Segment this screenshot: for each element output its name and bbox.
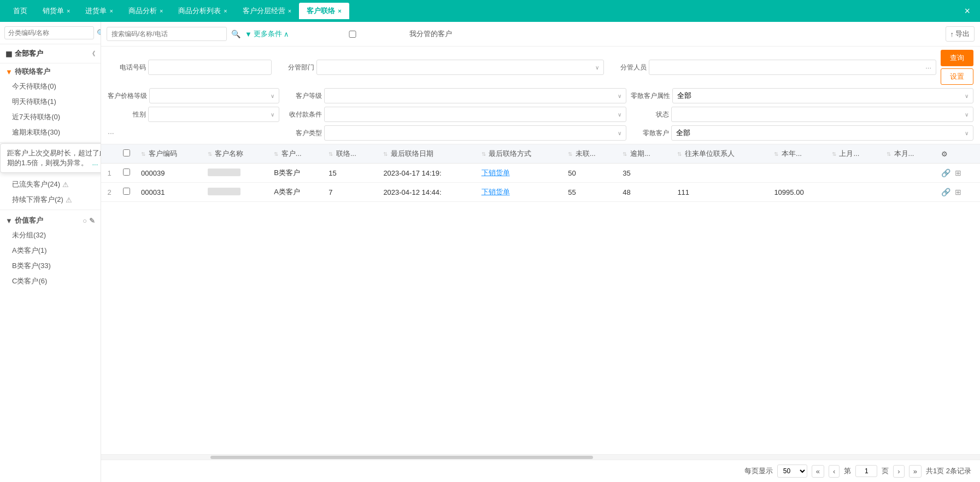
- sidebar-item-ungrouped[interactable]: 未分组(32): [0, 228, 101, 243]
- filter-row-1: 电话号码 分管部门 ∨ 分管人员 ··· 查询: [108, 50, 973, 85]
- sidebar-item-a-class[interactable]: A类客户(1): [0, 243, 101, 258]
- sidebar-item-churned[interactable]: 已流失客户(24) ⚠: [0, 177, 101, 192]
- pending-contact-group: ▼ 待联络客户: [0, 63, 101, 79]
- close-tab-customer-tier[interactable]: ×: [288, 8, 291, 14]
- sort-icon-contacts-person: ⇅: [677, 151, 682, 157]
- caret-icon: ∧: [284, 30, 289, 38]
- row1-code: 000039: [136, 164, 202, 183]
- edit-icon[interactable]: ✎: [89, 217, 95, 225]
- sidebar: 🔍 ▦ 全部客户 《 ▼ 待联络客户 今天待联络(0) 明天待联络(1) 近7天…: [0, 22, 101, 482]
- row2-name: [202, 183, 269, 202]
- value-customers-group: ▼ 价值客户 ○ ✎: [0, 212, 101, 228]
- scroll-thumb[interactable]: [210, 456, 593, 459]
- export-btn[interactable]: ↑ 导出: [946, 26, 975, 42]
- sidebar-item-c-class[interactable]: C类客户(6): [0, 274, 101, 289]
- next-page-btn[interactable]: ›: [893, 465, 904, 478]
- tab-product-analysis-list[interactable]: 商品分析列表 ×: [171, 3, 234, 19]
- sidebar-search-icon[interactable]: 🔍: [97, 29, 101, 37]
- dots-icon[interactable]: ···: [108, 129, 114, 137]
- circle-icon[interactable]: ○: [83, 217, 87, 225]
- manager-dots[interactable]: ···: [925, 63, 931, 72]
- filter-row-2: 客户价格等级 ∨ 客户等级 ∨ 零散客户属性 全部: [108, 88, 973, 103]
- filter-dept: 分管部门 ∨: [276, 60, 604, 75]
- payment-select[interactable]: ∨: [324, 107, 626, 122]
- retail-attr-select[interactable]: 全部 ∨: [672, 88, 973, 103]
- select-all-checkbox[interactable]: [123, 149, 130, 156]
- gender-select[interactable]: ∨: [148, 107, 279, 122]
- row1-last-method[interactable]: 下销货单: [476, 164, 563, 183]
- tab-sales-order[interactable]: 销货单 ×: [35, 3, 78, 19]
- sort-icon-level: ⇅: [274, 151, 278, 157]
- settings-btn[interactable]: 设置: [941, 68, 973, 85]
- settings-col-icon[interactable]: ⚙: [941, 150, 948, 158]
- row2-name-masked: [208, 188, 240, 195]
- retail-customer-select[interactable]: 全部 ∨: [671, 125, 973, 141]
- close-tab-purchase-order[interactable]: ×: [109, 8, 113, 14]
- sidebar-search-input[interactable]: [4, 26, 94, 39]
- row2-contacts-person: 111: [672, 183, 768, 202]
- row1-contacts-person: [672, 164, 768, 183]
- search-input[interactable]: [107, 27, 227, 41]
- all-customers-header[interactable]: ▦ 全部客户 《: [0, 44, 101, 63]
- last-page-btn[interactable]: »: [909, 465, 922, 478]
- row1-uncontacted: 50: [562, 164, 617, 183]
- query-btn[interactable]: 查询: [941, 50, 973, 66]
- th-num: [101, 144, 118, 164]
- filter-status: 状态 ∨: [631, 107, 973, 122]
- customer-level-select[interactable]: ∨: [324, 88, 626, 103]
- row2-last-month: [826, 183, 881, 202]
- retail-attr-caret: ∨: [965, 93, 969, 99]
- status-select[interactable]: ∨: [671, 107, 973, 122]
- sidebar-item-today[interactable]: 今天待联络(0): [0, 79, 101, 94]
- tab-product-analysis[interactable]: 商品分析 ×: [121, 3, 171, 19]
- row2-link-icon[interactable]: 🔗: [941, 188, 950, 196]
- tab-customer-contact[interactable]: 客户联络 ×: [299, 3, 349, 19]
- customer-type-select[interactable]: ∨: [324, 125, 626, 141]
- row2-select-checkbox[interactable]: [123, 188, 130, 195]
- row2-code: 000031: [136, 183, 202, 202]
- close-tab-product-analysis[interactable]: ×: [160, 8, 163, 14]
- close-window-btn[interactable]: ×: [960, 5, 975, 17]
- dept-select[interactable]: ∨: [316, 60, 604, 75]
- customer-table: ⇅ 客户编码 ⇅ 客户名称 ⇅ 客户... ⇅: [101, 144, 980, 202]
- customer-level-caret: ∨: [618, 93, 621, 99]
- filter-dots-left: ···: [108, 129, 279, 137]
- row1-name-masked: [208, 169, 240, 176]
- tab-home[interactable]: 首页: [5, 3, 35, 19]
- sort-icon-contacts: ⇅: [328, 151, 333, 157]
- sort-icon-overdue: ⇅: [623, 151, 627, 157]
- table-row: 2 000031 A类客户 7 2023-04-12 14:44: 下销货单 5…: [101, 183, 980, 202]
- phone-input[interactable]: [148, 60, 272, 75]
- filter-phone: 电话号码: [108, 60, 272, 75]
- horizontal-scrollbar[interactable]: [101, 454, 980, 460]
- arrow-icon: ▼: [5, 68, 13, 76]
- prev-page-btn[interactable]: ‹: [829, 465, 840, 478]
- close-tab-product-analysis-list[interactable]: ×: [224, 8, 227, 14]
- toolbar-search-icon[interactable]: 🔍: [231, 30, 240, 38]
- more-conditions-btn[interactable]: ▼ 更多条件 ∧: [245, 29, 289, 39]
- sidebar-item-overdue[interactable]: 逾期未联络(30): [0, 125, 101, 140]
- tab-customer-tier[interactable]: 客户分层经营 ×: [235, 3, 299, 19]
- my-customers-checkbox[interactable]: [298, 31, 407, 38]
- manager-input[interactable]: ···: [649, 60, 936, 75]
- page-size-select[interactable]: 50 100 200: [777, 464, 807, 478]
- sidebar-item-declining[interactable]: 持续下滑客户(2) ⚠: [0, 192, 101, 207]
- tab-purchase-order[interactable]: 进货单 ×: [78, 3, 120, 19]
- row1-select-checkbox[interactable]: [123, 169, 130, 176]
- close-tab-customer-contact[interactable]: ×: [338, 8, 341, 14]
- close-tab-sales-order[interactable]: ×: [67, 8, 70, 14]
- row1-link-icon[interactable]: 🔗: [941, 169, 950, 177]
- sidebar-item-7days[interactable]: 近7天待联络(0): [0, 109, 101, 125]
- row2-level: A类客户: [268, 183, 323, 202]
- sidebar-item-tomorrow[interactable]: 明天待联络(1): [0, 94, 101, 109]
- table-area: ⇅ 客户编码 ⇅ 客户名称 ⇅ 客户... ⇅: [101, 144, 980, 454]
- page-number-input[interactable]: [855, 465, 877, 477]
- sidebar-item-b-class[interactable]: B类客户(33): [0, 258, 101, 274]
- row2-last-method[interactable]: 下销货单: [476, 183, 563, 202]
- collapse-sidebar-btn[interactable]: 《: [89, 50, 95, 58]
- action-buttons: 查询 设置: [941, 50, 973, 85]
- row2-grid-icon[interactable]: ⊞: [955, 188, 961, 196]
- row1-grid-icon[interactable]: ⊞: [955, 169, 961, 177]
- first-page-btn[interactable]: «: [812, 465, 824, 478]
- price-level-select[interactable]: ∨: [149, 88, 279, 103]
